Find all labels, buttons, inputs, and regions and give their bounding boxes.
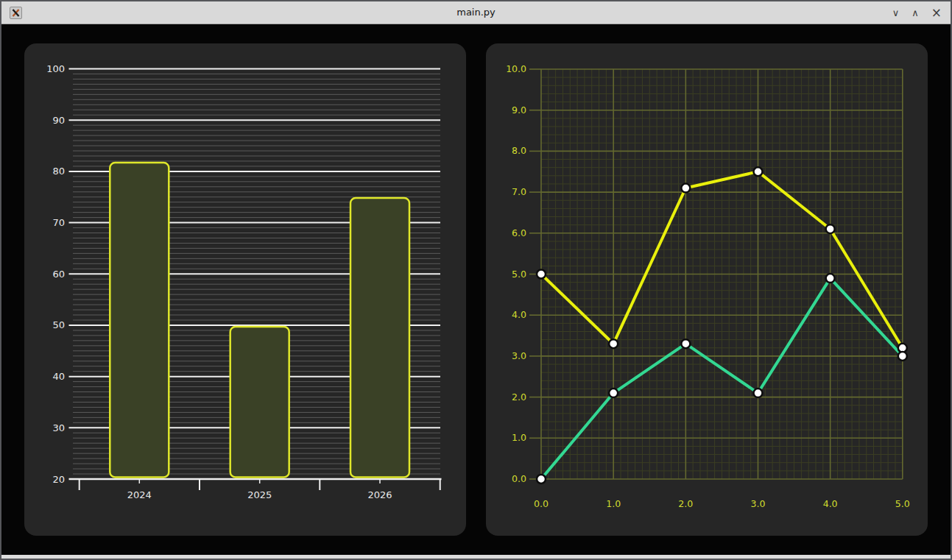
y-tick-label: 70 bbox=[52, 217, 65, 228]
y-tick-label: 60 bbox=[52, 269, 65, 280]
y-tick-label: 4.0 bbox=[512, 309, 526, 320]
data-point bbox=[826, 224, 835, 233]
window-title: main.py bbox=[1, 1, 951, 24]
data-point bbox=[898, 352, 907, 361]
window-resize-edge[interactable] bbox=[1, 555, 951, 559]
y-tick-label: 1.0 bbox=[512, 432, 526, 443]
y-tick-label: 9.0 bbox=[512, 104, 526, 116]
data-point bbox=[753, 389, 762, 397]
y-tick-label: 50 bbox=[52, 319, 65, 330]
data-point bbox=[681, 184, 690, 193]
y-tick-label: 10.0 bbox=[506, 63, 526, 74]
y-tick-label: 0.0 bbox=[512, 473, 526, 484]
x-tick-label: 1.0 bbox=[606, 498, 621, 509]
x-tick-label: 5.0 bbox=[895, 498, 910, 509]
bar-chart-panel: 2030405060708090100202420252026 bbox=[24, 43, 466, 536]
x-tick-label: 4.0 bbox=[823, 498, 838, 509]
data-point bbox=[826, 274, 835, 283]
bar bbox=[230, 327, 289, 477]
y-tick-label: 20 bbox=[52, 474, 65, 485]
y-tick-label: 3.0 bbox=[512, 350, 526, 361]
data-point bbox=[537, 270, 546, 279]
window-controls: ∨ ∧ × bbox=[892, 1, 942, 24]
x-category-label: 2026 bbox=[367, 489, 392, 500]
window: main.py ∨ ∧ × 20304050607080901002024202… bbox=[0, 0, 952, 560]
y-tick-label: 90 bbox=[52, 115, 65, 126]
y-tick-label: 6.0 bbox=[512, 227, 526, 238]
x-category-label: 2025 bbox=[247, 489, 272, 500]
x-tick-label: 3.0 bbox=[751, 498, 766, 509]
data-point bbox=[609, 389, 618, 397]
data-point bbox=[753, 167, 762, 176]
y-tick-label: 100 bbox=[46, 63, 65, 74]
app-canvas: 2030405060708090100202420252026 0.01.02.… bbox=[1, 24, 951, 555]
minimize-button[interactable]: ∨ bbox=[892, 8, 900, 18]
maximize-button[interactable]: ∧ bbox=[912, 8, 919, 18]
y-tick-label: 80 bbox=[52, 166, 65, 177]
y-tick-label: 40 bbox=[52, 371, 65, 382]
y-tick-label: 7.0 bbox=[512, 186, 526, 197]
x-tick-label: 2.0 bbox=[678, 498, 693, 509]
titlebar: main.py ∨ ∧ × bbox=[1, 1, 951, 24]
data-point bbox=[537, 475, 546, 483]
x-tick-label: 0.0 bbox=[534, 498, 549, 509]
x-category-label: 2024 bbox=[127, 489, 152, 500]
data-point bbox=[681, 339, 690, 348]
line-chart: 0.01.02.03.04.05.06.07.08.09.010.00.01.0… bbox=[486, 43, 928, 536]
close-button[interactable]: × bbox=[931, 7, 942, 19]
bar bbox=[350, 198, 409, 477]
y-tick-label: 30 bbox=[52, 422, 65, 433]
bar bbox=[110, 163, 169, 477]
data-point bbox=[609, 339, 618, 348]
y-tick-label: 5.0 bbox=[512, 269, 526, 280]
y-tick-label: 2.0 bbox=[512, 391, 526, 403]
bar-chart: 2030405060708090100202420252026 bbox=[24, 43, 466, 536]
y-tick-label: 8.0 bbox=[512, 145, 526, 156]
line-chart-panel: 0.01.02.03.04.05.06.07.08.09.010.00.01.0… bbox=[486, 43, 928, 536]
